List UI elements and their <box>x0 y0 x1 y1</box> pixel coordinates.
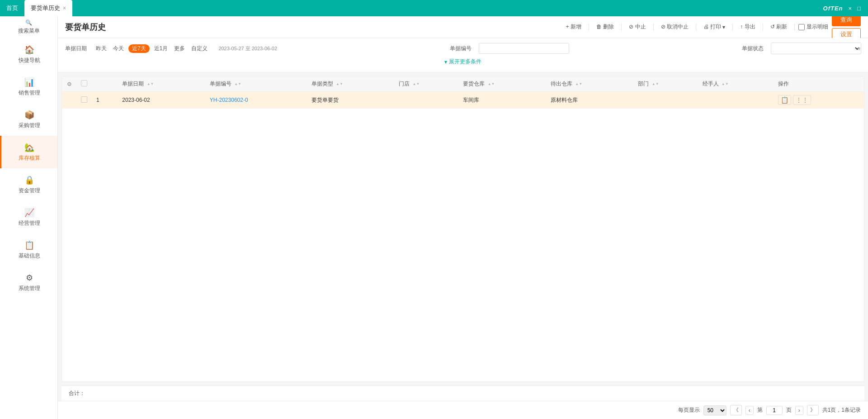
tab-requisition-history[interactable]: 要货单历史 × <box>24 0 72 16</box>
doc-number-input[interactable] <box>479 43 569 54</box>
shortcut-today[interactable]: 今天 <box>111 44 126 53</box>
delete-button[interactable]: 🗑 删除 <box>593 21 618 33</box>
new-button[interactable]: + 新增 <box>562 21 585 33</box>
col-store-label: 门店 <box>399 81 410 87</box>
show-detail-checkbox[interactable] <box>798 24 805 30</box>
tab-home[interactable]: 首页 <box>0 0 24 16</box>
row-action: 📋 ⋮⋮ <box>774 92 864 109</box>
refresh-button[interactable]: ↺ 刷新 <box>767 21 791 33</box>
page-size-label: 每页显示 <box>678 406 700 414</box>
page-label: 第 <box>757 406 763 414</box>
col-pending-warehouse-header[interactable]: 待出仓库 ▲▼ <box>546 76 634 92</box>
doc-status-label: 单据状态 <box>742 45 764 52</box>
pagination: 每页显示 50 20 100 200 《 ‹ 第 页 › 》 共1页，1条记录 <box>58 401 868 419</box>
export-button[interactable]: ↑ 导出 <box>736 21 759 33</box>
col-doc-date-header[interactable]: 单据日期 ▲▼ <box>118 76 205 92</box>
divider-6 <box>763 24 763 31</box>
system-icon: ⚙ <box>26 273 33 283</box>
col-req-warehouse-header[interactable]: 要货仓库 ▲▼ <box>458 76 546 92</box>
col-settings[interactable]: ⚙ <box>62 76 76 92</box>
sidebar-item-sales[interactable]: 📊 销售管理 <box>0 71 57 103</box>
divider-5 <box>732 24 733 31</box>
tab-close-icon[interactable]: × <box>63 5 66 11</box>
top-bar-right: OfTEn × □ <box>823 5 868 12</box>
window-close-btn[interactable]: × <box>849 5 852 12</box>
sidebar-item-label-purchase: 采购管理 <box>19 122 40 129</box>
select-all-checkbox[interactable] <box>81 80 87 86</box>
sidebar-item-label-sales: 销售管理 <box>19 89 40 97</box>
sidebar-search[interactable]: 🔍 搜索菜单 <box>0 16 57 38</box>
col-department-label: 部门 <box>638 81 649 87</box>
row-select-checkbox[interactable] <box>81 96 87 103</box>
shortcut-last7days[interactable]: 近7天 <box>128 44 150 53</box>
finance-icon: 🔒 <box>24 175 34 185</box>
page-number-input[interactable] <box>766 406 783 415</box>
requisition-table: ⚙ 单据日期 ▲▼ 单据编号 ▲▼ <box>62 76 864 109</box>
next-page-button[interactable]: › <box>795 406 803 415</box>
cancel-stop-button[interactable]: ⊘ 取消中止 <box>657 21 692 33</box>
row-handler <box>698 92 774 109</box>
col-store-header[interactable]: 门店 ▲▼ <box>394 76 458 92</box>
first-page-button[interactable]: 《 <box>730 405 742 415</box>
divider-1 <box>589 24 589 31</box>
row-doc-type: 要货单要货 <box>307 92 395 109</box>
row-settings <box>62 92 76 109</box>
sidebar-item-label-inventory: 库存核算 <box>19 154 40 162</box>
action-buttons: 📋 ⋮⋮ <box>778 95 859 105</box>
sidebar-item-inventory[interactable]: 🏡 库存核算 <box>0 136 57 168</box>
stop-button[interactable]: ⊘ 中止 <box>625 21 649 33</box>
table-row: 1 2023-06-02 YH-20230602-0 要货单要货 车间库 原材料… <box>62 92 864 109</box>
show-detail-toggle[interactable]: 显示明细 <box>798 23 828 31</box>
sidebar-item-basic[interactable]: 📋 基础信息 <box>0 233 57 266</box>
filter-row-1: 单据日期 昨天 今天 近7天 近1月 更多 自定义 2023-05-27 至 2… <box>65 43 861 54</box>
department-sort-icon: ▲▼ <box>652 82 659 86</box>
col-action-header: 操作 <box>774 76 864 92</box>
detail-action-icon[interactable]: ⋮⋮ <box>793 95 811 105</box>
home-icon: 🏠 <box>24 45 34 55</box>
sidebar-item-quick-nav[interactable]: 🏠 快捷导航 <box>0 38 57 71</box>
sidebar-item-purchase[interactable]: 📦 采购管理 <box>0 103 57 136</box>
col-doc-type-header[interactable]: 单据类型 ▲▼ <box>307 76 395 92</box>
col-department-header[interactable]: 部门 ▲▼ <box>633 76 698 92</box>
sidebar-item-label-quick-nav: 快捷导航 <box>19 57 40 64</box>
expand-more-btn[interactable]: ▾ 展开更多条件 <box>444 58 481 66</box>
summary-label: 合计： <box>69 390 85 397</box>
page-size-select[interactable]: 50 20 100 200 <box>703 405 726 415</box>
prev-page-button[interactable]: ‹ <box>745 406 754 415</box>
print-chevron-icon: ▾ <box>722 24 725 30</box>
tab-home-label: 首页 <box>6 4 18 12</box>
sidebar-item-system[interactable]: ⚙ 系统管理 <box>0 266 57 299</box>
doc-number-link[interactable]: YH-20230602-0 <box>210 97 248 103</box>
doc-date-sort-icon: ▲▼ <box>147 82 154 86</box>
expand-icon: ▾ <box>444 59 447 65</box>
pending-warehouse-sort-icon: ▲▼ <box>575 82 582 86</box>
edit-action-icon[interactable]: 📋 <box>778 95 791 105</box>
filter-bar: 单据日期 昨天 今天 近7天 近1月 更多 自定义 2023-05-27 至 2… <box>58 38 868 72</box>
toolbar: + 新增 🗑 删除 ⊘ 中止 ⊘ 取消中止 <box>562 21 828 33</box>
window-maximize-btn[interactable]: □ <box>857 5 861 12</box>
sidebar: 🔍 搜索菜单 🏠 快捷导航 📊 销售管理 📦 采购管理 🏡 库存核算 🔒 资金管… <box>0 16 58 419</box>
date-range-display: 2023-05-27 至 2023-06-02 <box>218 45 277 52</box>
doc-status-select[interactable] <box>771 43 861 54</box>
col-doc-date-label: 单据日期 <box>122 81 144 87</box>
shortcut-last-month[interactable]: 近1月 <box>152 44 170 53</box>
search-icon: 🔍 <box>25 19 32 26</box>
shortcut-more[interactable]: 更多 <box>172 44 187 53</box>
sales-icon: 📊 <box>24 77 34 87</box>
table-header: ⚙ 单据日期 ▲▼ 单据编号 ▲▼ <box>62 76 864 92</box>
shortcut-custom[interactable]: 自定义 <box>189 44 209 53</box>
query-button[interactable]: 查询 <box>832 16 861 26</box>
sidebar-item-label-finance: 资金管理 <box>19 187 40 195</box>
col-handler-header[interactable]: 经手人 ▲▼ <box>698 76 774 92</box>
refresh-label: ↺ 刷新 <box>770 23 787 31</box>
last-page-button[interactable]: 》 <box>807 405 819 415</box>
divider-7 <box>794 24 795 31</box>
shortcut-yesterday[interactable]: 昨天 <box>94 44 108 53</box>
export-label: ↑ 导出 <box>740 23 755 31</box>
print-button[interactable]: 🖨 打印 ▾ <box>700 21 729 33</box>
col-doc-type-label: 单据类型 <box>311 81 333 87</box>
sidebar-item-operation[interactable]: 📈 经营管理 <box>0 201 57 233</box>
sidebar-item-finance[interactable]: 🔒 资金管理 <box>0 168 57 201</box>
col-req-warehouse-label: 要货仓库 <box>463 81 485 87</box>
col-doc-number-header[interactable]: 单据编号 ▲▼ <box>205 76 307 92</box>
